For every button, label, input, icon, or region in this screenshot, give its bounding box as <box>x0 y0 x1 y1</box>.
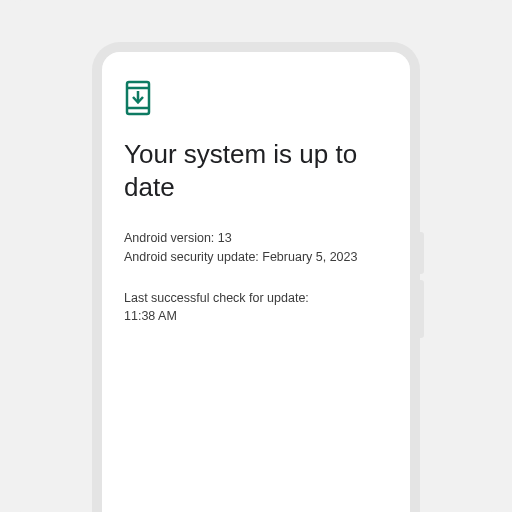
phone-side-button-power <box>420 232 424 274</box>
card-background: Your system is up to date Android versio… <box>0 0 512 512</box>
last-check-label: Last successful check for update: <box>124 289 388 308</box>
security-update-line: Android security update: February 5, 202… <box>124 248 388 267</box>
phone-side-button-volume <box>420 280 424 338</box>
phone-frame-wrap: Your system is up to date Android versio… <box>92 42 420 512</box>
page-title: Your system is up to date <box>124 138 388 203</box>
android-version-line: Android version: 13 <box>124 229 388 248</box>
last-check-time: 11:38 AM <box>124 307 388 326</box>
screen-content: Your system is up to date Android versio… <box>102 52 410 512</box>
version-info-block: Android version: 13 Android security upd… <box>124 229 388 267</box>
system-update-icon <box>124 80 388 120</box>
phone-frame: Your system is up to date Android versio… <box>92 42 420 512</box>
last-check-block: Last successful check for update: 11:38 … <box>124 289 388 327</box>
